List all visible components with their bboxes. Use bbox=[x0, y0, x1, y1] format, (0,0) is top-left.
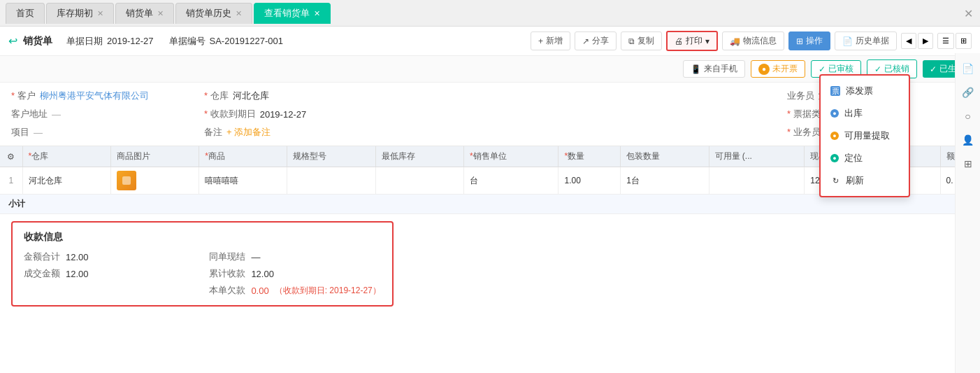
cancel-status-label: 已核销 bbox=[884, 63, 909, 75]
doc-meta: 单据日期 2019-12-27 单据编号 SA-20191227-001 bbox=[66, 35, 525, 48]
not-open-button[interactable]: ● 未开票 bbox=[751, 60, 805, 78]
payment-info-title: 收款信息 bbox=[24, 231, 381, 244]
address-value: — bbox=[52, 109, 61, 120]
tab-inventory-init-label: 库存期初 bbox=[57, 7, 93, 20]
refresh-label: 刷新 bbox=[846, 174, 864, 187]
col-product-img: 商品图片 bbox=[110, 146, 199, 167]
print-label: 打印 bbox=[686, 35, 702, 47]
list-view-button[interactable]: ☰ bbox=[937, 33, 954, 49]
sidebar-link-icon[interactable]: 🔗 bbox=[958, 83, 978, 102]
number-label: 单据编号 bbox=[169, 35, 206, 48]
tab-view-sales-close[interactable]: ✕ bbox=[314, 9, 320, 18]
effect-check-icon: ✓ bbox=[930, 64, 937, 74]
grid-view-button[interactable]: ⊞ bbox=[956, 33, 972, 49]
right-sidebar: 📄 🔗 ○ 👤 ⊞ ⛶ bbox=[955, 53, 980, 373]
row-min-stock bbox=[375, 167, 463, 195]
product-image bbox=[117, 171, 136, 190]
next-button[interactable]: ▶ bbox=[918, 33, 933, 49]
doc-icon: ↩ bbox=[8, 34, 17, 48]
toolbar: ↩ 销货单 单据日期 2019-12-27 单据编号 SA-20191227-0… bbox=[0, 27, 980, 56]
sidebar-doc-icon[interactable]: 📄 bbox=[958, 59, 978, 78]
locate-label: 定位 bbox=[844, 152, 863, 164]
row-spec bbox=[287, 167, 375, 195]
tab-sales-history[interactable]: 销货单历史 ✕ bbox=[175, 3, 252, 24]
dropdown-menu: 票 添发票 ● 出库 ● 可用量提取 ● 定位 ↻ 刷新 bbox=[819, 74, 910, 197]
same-order-value: — bbox=[251, 252, 260, 262]
tab-view-sales-label: 查看销货单 bbox=[264, 7, 310, 20]
address-label: 客户地址 bbox=[11, 108, 48, 120]
col-min-stock: 最低库存 bbox=[375, 146, 463, 167]
total-amount-row: 金额合计 12.00 bbox=[24, 251, 195, 263]
row-num: 1 bbox=[0, 167, 22, 195]
tab-inventory-init[interactable]: 库存期初 ✕ bbox=[46, 3, 114, 24]
svg-rect-0 bbox=[122, 176, 131, 185]
warehouse-field: 仓库 河北仓库 bbox=[204, 90, 386, 102]
logistics-label: 物流信息 bbox=[743, 35, 777, 47]
phone-icon: 📱 bbox=[691, 64, 701, 74]
window-close-button[interactable]: ✕ bbox=[964, 6, 973, 20]
print-button[interactable]: 🖨 打印 ▾ bbox=[666, 31, 718, 51]
operate-label: 操作 bbox=[806, 35, 823, 47]
customer-field: 客户 柳州粤港平安气体有限公司 bbox=[11, 90, 193, 102]
copy-label: 复制 bbox=[637, 35, 654, 47]
project-field: 项目 — bbox=[11, 126, 193, 139]
out-warehouse-label: 出库 bbox=[844, 107, 863, 120]
col-pack-qty: 包装数量 bbox=[621, 146, 709, 167]
add-remark-button[interactable]: + 添加备注 bbox=[226, 126, 271, 139]
deal-amount-label: 成交金额 bbox=[24, 267, 60, 280]
payment-date-field: 收款到期日 2019-12-27 bbox=[204, 108, 386, 120]
bottom-section: 收款信息 金额合计 12.00 同单现结 — 成交金额 12.00 bbox=[0, 214, 980, 314]
share-button[interactable]: ↗ 分享 bbox=[575, 31, 617, 50]
out-warehouse-item[interactable]: ● 出库 bbox=[821, 102, 909, 125]
customer-value[interactable]: 柳州粤港平安气体有限公司 bbox=[40, 90, 149, 102]
view-buttons: ☰ ⊞ bbox=[937, 33, 972, 49]
col-spec: 规格型号 bbox=[287, 146, 375, 167]
new-button[interactable]: + 新增 bbox=[531, 31, 570, 50]
nav-arrows: ◀ ▶ bbox=[901, 33, 933, 49]
row-pack-qty: 1台 bbox=[621, 167, 709, 195]
project-value: — bbox=[34, 127, 43, 138]
operate-button[interactable]: ⊞ 操作 bbox=[788, 31, 830, 50]
history-button[interactable]: 📄 历史单据 bbox=[835, 31, 897, 50]
date-value: 2019-12-27 bbox=[107, 36, 154, 46]
available-pickup-icon: ● bbox=[830, 132, 839, 140]
locate-item[interactable]: ● 定位 bbox=[821, 147, 909, 169]
doc-title: 销货单 bbox=[23, 35, 52, 48]
row-product-img bbox=[110, 167, 199, 195]
prev-button[interactable]: ◀ bbox=[901, 33, 916, 49]
sidebar-user-icon[interactable]: 👤 bbox=[958, 130, 978, 150]
copy-button[interactable]: ⧉ 复制 bbox=[621, 31, 662, 50]
tab-sales-order[interactable]: 销货单 ✕ bbox=[115, 3, 174, 24]
tab-home[interactable]: 首页 bbox=[6, 3, 45, 24]
tab-view-sales[interactable]: 查看销货单 ✕ bbox=[254, 3, 331, 24]
row-product: 嘻嘻嘻嘻 bbox=[199, 167, 287, 195]
logistics-button[interactable]: 🚚 物流信息 bbox=[722, 31, 784, 50]
sidebar-grid-icon[interactable]: ⊞ bbox=[958, 154, 978, 174]
payment-date-label: 收款到期日 bbox=[204, 108, 256, 120]
locate-icon: ● bbox=[830, 154, 839, 162]
remark-field: 备注 + 添加备注 bbox=[204, 126, 386, 139]
print-icon: 🖨 bbox=[675, 36, 683, 46]
row-quantity: 1.00 bbox=[559, 167, 621, 195]
plus-icon: + bbox=[538, 36, 543, 46]
toolbar-actions: + 新增 ↗ 分享 ⧉ 复制 🖨 打印 ▾ 🚚 物流 bbox=[531, 31, 972, 51]
same-order-label: 同单现结 bbox=[209, 251, 245, 263]
tab-sales-order-close[interactable]: ✕ bbox=[157, 9, 164, 18]
refresh-item[interactable]: ↻ 刷新 bbox=[821, 169, 909, 192]
deal-amount-value: 12.00 bbox=[66, 269, 89, 279]
row-warehouse: 河北仓库 bbox=[22, 167, 110, 195]
add-invoice-item[interactable]: 票 添发票 bbox=[821, 80, 909, 102]
tab-sales-history-close[interactable]: ✕ bbox=[236, 9, 242, 18]
logistics-icon: 🚚 bbox=[730, 36, 740, 46]
from-phone-button[interactable]: 📱 来自手机 bbox=[683, 60, 745, 78]
add-invoice-label: 添发票 bbox=[846, 85, 873, 97]
not-open-badge: ● bbox=[758, 64, 770, 75]
available-pickup-item[interactable]: ● 可用量提取 bbox=[821, 125, 909, 147]
out-warehouse-icon: ● bbox=[830, 109, 839, 118]
tab-inventory-init-close[interactable]: ✕ bbox=[97, 9, 103, 18]
col-available: 可用量 (... bbox=[709, 146, 805, 167]
sidebar-circle-icon[interactable]: ○ bbox=[958, 106, 978, 126]
cumulative-receipt-label: 累计收款 bbox=[209, 267, 245, 280]
col-quantity: *数量 bbox=[559, 146, 621, 167]
tab-home-label: 首页 bbox=[16, 7, 34, 20]
